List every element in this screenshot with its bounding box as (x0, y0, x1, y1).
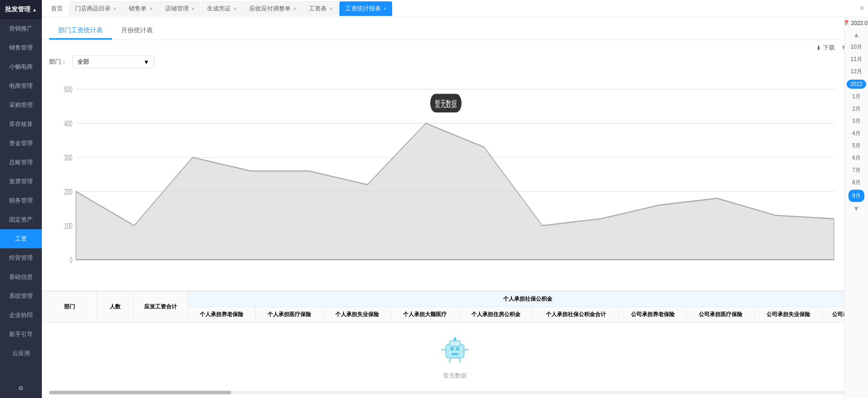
tab-close-receivable[interactable]: × (293, 6, 296, 11)
sidebar-item-tax[interactable]: 税务管理 (0, 191, 42, 210)
tab-close-payroll-table[interactable]: × (329, 6, 332, 11)
svg-text:300: 300 (64, 153, 72, 162)
timeline-month-10[interactable]: 10月 (847, 41, 866, 53)
tab-catalog[interactable]: 门店商品目录× (69, 1, 122, 16)
svg-text:200: 200 (64, 187, 72, 196)
timeline-year-2022[interactable]: 2022 (847, 80, 866, 89)
table-header: 部门 人数 应发工资合计 个人承担社保公积金 个人承担养老保险个人承担医疗保险个… (42, 292, 868, 322)
tab-label-voucher: 生成凭证 (207, 5, 231, 13)
tab-close-payroll-report[interactable]: × (384, 6, 386, 11)
table-body: 暂无数据 (42, 322, 868, 389)
timeline-month-2[interactable]: 2月 (847, 103, 866, 115)
timeline-month-12[interactable]: 12月 (847, 65, 866, 78)
scrollbar-thumb[interactable] (49, 391, 231, 394)
timeline-date-label: 2022.09 (851, 20, 868, 26)
timeline-month-11[interactable]: 11月 (847, 53, 866, 65)
tab-close-catalog[interactable]: × (113, 6, 116, 11)
timeline-month-9[interactable]: 9月 (848, 190, 864, 202)
tab-receivable[interactable]: 应收应付调整单× (243, 1, 302, 16)
download-label: 下载 (823, 44, 835, 52)
sidebar-item-system[interactable]: 系统管理 (0, 287, 42, 306)
th-sub-公司承担失业保险: 公司承担失业保险 (755, 307, 823, 322)
area-chart: 5004003002001000暂无数据 (49, 74, 861, 291)
svg-text:0: 0 (70, 255, 72, 265)
sidebar-item-guide[interactable]: 新手引导 (0, 325, 42, 344)
sidebar-item-sales[interactable]: 销售管理 (0, 38, 42, 57)
svg-point-16 (450, 347, 454, 351)
sidebar-item-purchase[interactable]: 采购管理 (0, 96, 42, 115)
timeline-month-3[interactable]: 3月 (847, 115, 866, 127)
sidebar-item-basic[interactable]: 基础信息 (0, 267, 42, 287)
sidebar: 批发管理 ▲ 营销推广销售管理小畅电商电商管理采购管理库存核算资金管理总账管理发… (0, 0, 42, 398)
sidebar-item-ecommerce[interactable]: 电商管理 (0, 76, 42, 96)
timeline-month-1[interactable]: 1月 (847, 91, 866, 103)
tab-label-payroll-table: 工资表 (309, 5, 327, 13)
th-sub-个人承担社保公积金合计: 个人承担社保公积金合计 (533, 307, 619, 322)
sidebar-item-cloud[interactable]: 云应用 (0, 344, 42, 363)
settings-button[interactable]: ⚙ (0, 378, 42, 398)
tab-label-sales-order: 销售单 (129, 5, 146, 13)
sidebar-header[interactable]: 批发管理 ▲ (0, 0, 42, 19)
timeline-month-5[interactable]: 5月 (847, 140, 866, 152)
th-sub-个人承担住房公积金: 个人承担住房公积金 (459, 307, 533, 322)
tab-label-receivable: 应收应付调整单 (249, 5, 291, 13)
tab-store[interactable]: 店铺管理× (159, 1, 200, 16)
dept-select[interactable]: 全部 ▼ (72, 55, 154, 68)
tab-close-store[interactable]: × (192, 6, 194, 11)
timeline-month-6[interactable]: 6月 (847, 152, 866, 164)
sidebar-item-ecommerce-small[interactable]: 小畅电商 (0, 57, 42, 76)
sidebar-item-assets[interactable]: 固定资产 (0, 210, 42, 229)
dept-select-value: 全部 (77, 58, 89, 66)
sidebar-item-payroll[interactable]: 工资 (0, 229, 42, 248)
dept-filter-label: 部门： (49, 58, 67, 66)
sidebar-item-enterprise[interactable]: 企业协同 (0, 306, 42, 325)
gear-icon: ⚙ (18, 385, 24, 392)
sidebar-item-ledger[interactable]: 总账管理 (0, 153, 42, 172)
sub-tab-dept[interactable]: 部门工资统计表 (49, 23, 112, 40)
chart-area: 5004003002001000暂无数据 (42, 74, 868, 291)
sidebar-item-invoice[interactable]: 发票管理 (0, 172, 42, 191)
sidebar-item-operations[interactable]: 经营管理 (0, 248, 42, 267)
tab-close-sales-order[interactable]: × (149, 6, 152, 11)
svg-text:暂无数据: 暂无数据 (435, 99, 457, 109)
timeline-current-date: 📅 2022.09 (844, 17, 868, 29)
close-all-button[interactable]: × (859, 4, 864, 13)
th-sub-个人承担大额医疗: 个人承担大额医疗 (391, 307, 459, 322)
th-sub-公司承担养老保险: 公司承担养老保险 (619, 307, 687, 322)
tab-voucher[interactable]: 生成凭证× (201, 1, 242, 16)
svg-text:400: 400 (64, 119, 72, 128)
sub-tab-bar: 部门工资统计表月份统计表 (42, 17, 868, 40)
th-dept: 部门 (42, 292, 97, 322)
tab-payroll-report[interactable]: 工资统计报表× (339, 1, 392, 16)
main-area: 首页门店商品目录×销售单×店铺管理×生成凭证×应收应付调整单×工资表×工资统计报… (42, 0, 868, 398)
sidebar-item-marketing[interactable]: 营销推广 (0, 19, 42, 38)
tab-close-voucher[interactable]: × (233, 6, 236, 11)
sidebar-item-finance[interactable]: 资金管理 (0, 134, 42, 153)
th-total-wage: 应发工资合计 (133, 292, 188, 322)
sidebar-item-inventory[interactable]: 库存核算 (0, 115, 42, 134)
horizontal-scrollbar[interactable] (49, 391, 861, 394)
tab-home[interactable]: 首页 (45, 1, 68, 16)
data-table: 部门 人数 应发工资合计 个人承担社保公积金 个人承担养老保险个人承担医疗保险个… (42, 291, 868, 391)
tab-sales-order[interactable]: 销售单× (123, 1, 158, 16)
sub-tab-month[interactable]: 月份统计表 (112, 23, 162, 40)
empty-state-text: 暂无数据 (443, 372, 467, 380)
tab-payroll-table[interactable]: 工资表× (303, 1, 338, 16)
calendar-icon: 📅 (844, 20, 849, 26)
tab-bar: 首页门店商品目录×销售单×店铺管理×生成凭证×应收应付调整单×工资表×工资统计报… (42, 0, 868, 17)
th-count: 人数 (97, 292, 133, 322)
download-button[interactable]: ⬇ 下载 (816, 44, 835, 52)
svg-text:100: 100 (64, 221, 72, 231)
th-sub-个人承担医疗保险: 个人承担医疗保险 (256, 307, 323, 322)
timeline-down-arrow[interactable]: ▼ (851, 203, 862, 215)
tab-label-payroll-report: 工资统计报表 (345, 5, 381, 13)
th-sub-个人承担养老保险: 个人承担养老保险 (188, 307, 256, 322)
timeline-month-8[interactable]: 8月 (847, 176, 866, 189)
timeline-month-7[interactable]: 7月 (847, 164, 866, 176)
timeline-up-arrow[interactable]: ▲ (851, 29, 862, 41)
timeline-month-4[interactable]: 4月 (847, 127, 866, 140)
download-icon: ⬇ (816, 45, 821, 51)
svg-line-22 (459, 358, 460, 363)
filter-row: 部门： 全部 ▼ (42, 55, 868, 74)
tab-label-home: 首页 (51, 5, 63, 13)
